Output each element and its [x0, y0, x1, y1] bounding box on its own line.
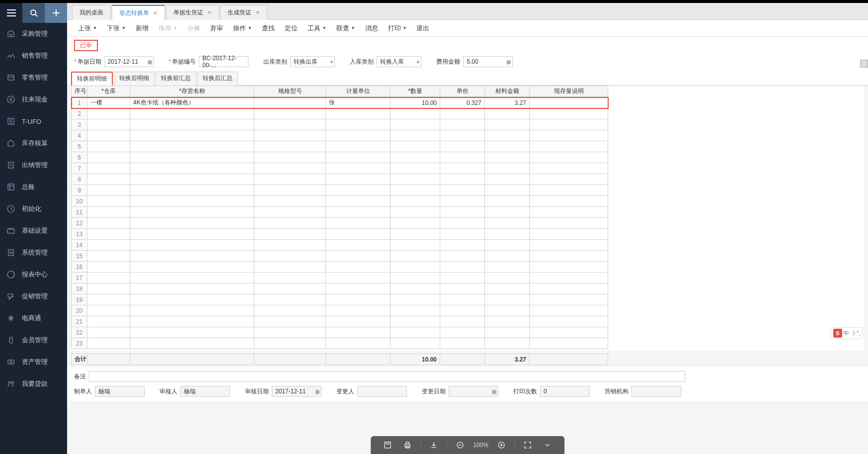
toolbar-新增[interactable]: 新增: [132, 22, 153, 35]
table-row[interactable]: 1一楼4K色卡纸（各种颜色）张10.000.3273.27: [72, 97, 608, 108]
ime-widget[interactable]: S 中 ☽ °,: [831, 327, 863, 339]
table-row[interactable]: 23: [72, 338, 608, 349]
code-input[interactable]: BC-2017-12-00-...: [199, 56, 248, 67]
close-icon[interactable]: ✕: [255, 9, 260, 16]
subtab[interactable]: 转换前汇总: [156, 72, 196, 86]
remark-input[interactable]: [89, 371, 685, 382]
table-row[interactable]: 9: [72, 185, 608, 196]
sidebar-item-label: 往来现金: [22, 95, 48, 104]
table-row[interactable]: 19: [72, 294, 608, 305]
sidebar-item-9[interactable]: 基础设置: [0, 220, 67, 242]
subtab[interactable]: 转换前明细: [71, 72, 113, 86]
sidebar-item-14[interactable]: 会员管理: [0, 329, 67, 351]
table-row[interactable]: 15: [72, 251, 608, 262]
sidebar-item-label: 初始化: [22, 204, 41, 213]
table-row[interactable]: 20: [72, 305, 608, 316]
header-form: *单据日期 2017-12-11▦ *单据编号 BC-2017-12-00-..…: [67, 52, 868, 71]
toolbar-下张[interactable]: 下张▼: [103, 22, 130, 35]
column-header[interactable]: 单价: [440, 86, 485, 97]
add-button[interactable]: [45, 3, 67, 23]
table-row[interactable]: 18: [72, 283, 608, 294]
table-row[interactable]: 10: [72, 196, 608, 207]
sidebar-icon: [6, 182, 16, 192]
table-row[interactable]: 4: [72, 130, 608, 141]
column-header[interactable]: 现存量说明: [530, 86, 608, 97]
sidebar-item-2[interactable]: 零售管理: [0, 67, 67, 89]
column-header[interactable]: 规格型号: [254, 86, 326, 97]
toolbar-操作[interactable]: 操作▼: [229, 22, 256, 35]
subtab[interactable]: 转换后明细: [114, 72, 155, 86]
sidebar-item-3[interactable]: $往来现金: [0, 89, 67, 110]
table-row[interactable]: 6: [72, 152, 608, 163]
search-button[interactable]: [22, 3, 45, 23]
sidebar-item-0[interactable]: 采购管理: [0, 23, 67, 45]
table-row[interactable]: 21: [72, 316, 608, 327]
table-row[interactable]: 5: [72, 141, 608, 152]
date-input[interactable]: 2017-12-11▦: [104, 56, 154, 67]
toolbar-弃审[interactable]: 弃审: [206, 22, 227, 35]
tab[interactable]: 单据生凭证✕: [166, 5, 219, 20]
out-select[interactable]: 转换出库▾: [290, 56, 335, 67]
toolbar-label: 消息: [365, 24, 378, 33]
close-icon[interactable]: ✕: [153, 10, 158, 16]
in-select[interactable]: 转换入库▾: [377, 56, 421, 67]
sidebar-item-16[interactable]: 我要贷款: [0, 373, 67, 395]
more-icon[interactable]: [541, 438, 554, 452]
toolbar-上张[interactable]: 上张▼: [74, 22, 101, 35]
sidebar-item-7[interactable]: 总账: [0, 176, 67, 198]
toolbar-查找[interactable]: 查找: [258, 22, 279, 35]
close-icon[interactable]: ✕: [207, 9, 212, 16]
tab[interactable]: 生成凭证✕: [220, 5, 267, 20]
sidebar-item-label: 促销管理: [22, 292, 48, 301]
table-row[interactable]: 3: [72, 119, 608, 130]
sidebar-item-5[interactable]: 库存核算: [0, 132, 67, 154]
sidebar-item-6[interactable]: 出纳管理: [0, 154, 67, 176]
table-row[interactable]: 17: [72, 272, 608, 283]
table-row[interactable]: 12: [72, 218, 608, 229]
table-row[interactable]: 13: [72, 229, 608, 240]
sidebar-item-15[interactable]: 资产管理: [0, 351, 67, 373]
toolbar-退出[interactable]: 退出: [412, 22, 433, 35]
tab[interactable]: 我的桌面: [72, 5, 111, 20]
audit-date-input: 2017-12-11▦: [272, 386, 321, 397]
export-icon[interactable]: [427, 438, 441, 452]
sidebar-item-4[interactable]: T-UFO: [0, 110, 67, 132]
column-header[interactable]: 序号: [72, 86, 87, 97]
toolbar-消息[interactable]: 消息: [361, 22, 382, 35]
scroll-indicator[interactable]: [860, 60, 868, 68]
toolbar-联查[interactable]: 联查▼: [332, 22, 359, 35]
subtab[interactable]: 转换后汇总: [197, 72, 238, 86]
table-row[interactable]: 16: [72, 262, 608, 272]
sidebar-item-8[interactable]: 初始化: [0, 198, 67, 220]
modify-date-input: ▦: [449, 386, 498, 397]
save-icon[interactable]: [381, 438, 395, 452]
tab[interactable]: 形态转换单✕: [112, 5, 165, 20]
sidebar-item-12[interactable]: 促销管理: [0, 285, 67, 307]
column-header[interactable]: *仓库: [87, 86, 130, 97]
toolbar-工具[interactable]: 工具▼: [304, 22, 330, 35]
zoom-out-icon[interactable]: [453, 438, 467, 452]
sidebar-item-13[interactable]: 电商通: [0, 307, 67, 329]
table-row[interactable]: 7: [72, 163, 608, 174]
sidebar-item-11[interactable]: 报表中心: [0, 264, 67, 285]
table-row[interactable]: 11: [72, 207, 608, 218]
column-header[interactable]: 材料金额: [485, 86, 530, 97]
menu-button[interactable]: [0, 3, 22, 23]
print-icon[interactable]: [400, 438, 414, 452]
table-row[interactable]: 8: [72, 174, 608, 185]
toolbar-定位[interactable]: 定位: [281, 22, 302, 35]
sidebar-item-1[interactable]: 销售管理: [0, 45, 67, 67]
org-input[interactable]: [631, 386, 681, 397]
fee-input[interactable]: 5.00▦: [463, 56, 513, 67]
table-row[interactable]: 2: [72, 108, 608, 119]
svg-rect-12: [9, 337, 12, 343]
column-header[interactable]: *存货名称: [130, 86, 254, 97]
sidebar-item-10[interactable]: 系统管理: [0, 242, 67, 264]
toolbar-打印[interactable]: 打印▼: [384, 22, 411, 35]
fullscreen-icon[interactable]: [521, 438, 535, 452]
column-header[interactable]: 计量单位: [326, 86, 391, 97]
table-row[interactable]: 14: [72, 240, 608, 251]
column-header[interactable]: *数量: [391, 86, 440, 97]
table-row[interactable]: 22: [72, 327, 608, 338]
zoom-in-icon[interactable]: [494, 438, 508, 452]
